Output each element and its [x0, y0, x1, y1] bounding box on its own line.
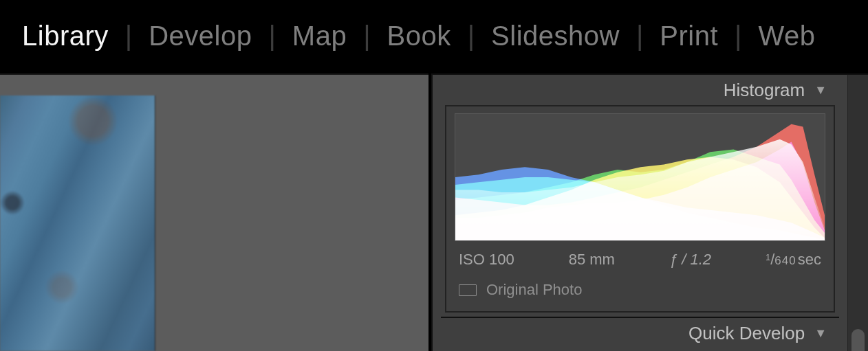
module-book[interactable]: Book [383, 21, 455, 52]
workspace: Histogram ▼ ISO 100 85 mm ƒ / 1.2 1/640s… [0, 72, 868, 351]
module-web[interactable]: Web [754, 21, 819, 52]
right-panel-group: Histogram ▼ ISO 100 85 mm ƒ / 1.2 1/640s… [431, 73, 868, 351]
exif-iso: ISO 100 [459, 251, 514, 269]
triangle-down-icon: ▼ [814, 326, 827, 341]
image-preview-area [0, 73, 428, 351]
original-photo-row[interactable]: Original Photo [455, 281, 825, 302]
scrollbar-thumb[interactable] [851, 329, 865, 351]
checkbox-icon[interactable] [459, 284, 477, 296]
shutter-unit: sec [798, 251, 821, 268]
exif-readout: ISO 100 85 mm ƒ / 1.2 1/640sec [455, 251, 825, 269]
divider: | [722, 21, 754, 52]
exif-focal: 85 mm [569, 251, 615, 269]
exif-shutter: 1/640sec [766, 251, 821, 269]
panel-title: Quick Develop [688, 323, 805, 344]
module-library[interactable]: Library [18, 21, 113, 52]
exif-aperture: ƒ / 1.2 [669, 251, 711, 269]
module-picker: Library| Develop| Map| Book| Slideshow| … [0, 0, 868, 72]
divider: | [351, 21, 382, 52]
panel-scrollbar[interactable] [847, 75, 868, 351]
module-slideshow[interactable]: Slideshow [487, 21, 624, 52]
panel-header-quick-develop[interactable]: Quick Develop ▼ [433, 318, 847, 348]
divider: | [455, 21, 487, 52]
panel-title: Histogram [724, 80, 805, 101]
shutter-numerator: 1 [766, 252, 770, 262]
module-print[interactable]: Print [655, 21, 722, 52]
triangle-down-icon: ▼ [814, 83, 827, 98]
divider: | [256, 21, 287, 52]
shutter-denominator: 640 [774, 254, 796, 267]
divider: | [113, 21, 144, 52]
divider: | [624, 21, 655, 52]
histogram-panel: ISO 100 85 mm ƒ / 1.2 1/640sec Original … [445, 105, 835, 313]
image-thumbnail[interactable] [0, 95, 155, 351]
module-develop[interactable]: Develop [144, 21, 256, 52]
panel-header-histogram[interactable]: Histogram ▼ [433, 75, 847, 105]
histogram-plot[interactable] [455, 113, 825, 241]
original-photo-label: Original Photo [486, 281, 582, 299]
module-map[interactable]: Map [288, 21, 351, 52]
